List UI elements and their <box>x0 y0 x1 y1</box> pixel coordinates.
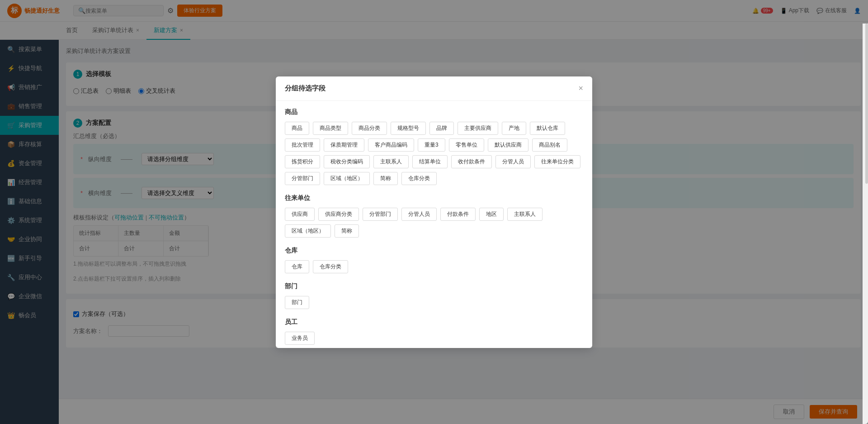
field-tag[interactable]: 商品别名 <box>532 138 567 152</box>
field-tag[interactable]: 商品类型 <box>313 122 348 135</box>
field-tag[interactable]: 分管部门 <box>285 172 320 185</box>
section-title-部门: 部门 <box>285 282 583 291</box>
field-tag[interactable]: 主联系人 <box>373 155 409 168</box>
field-tags-部门: 部门 <box>285 296 583 309</box>
section-title-往来单位: 往来单位 <box>285 194 583 202</box>
field-tag[interactable]: 付款条件 <box>440 208 476 221</box>
field-tags-商品: 商品商品类型商品分类规格型号品牌主要供应商产地默认仓库批次管理保质期管理客户商品… <box>285 122 583 185</box>
field-tag[interactable]: 分管人员 <box>495 155 531 168</box>
modal-scrollbar-track <box>863 24 868 424</box>
modal-section-往来单位: 往来单位供应商供应商分类分管部门分管人员付款条件地区主联系人区域（地区）简称 <box>285 194 583 238</box>
field-tag[interactable]: 区域（地区） <box>285 224 331 238</box>
field-tag[interactable]: 商品分类 <box>352 122 387 135</box>
field-tag[interactable]: 重量3 <box>418 138 445 152</box>
field-tags-仓库: 仓库仓库分类 <box>285 260 583 273</box>
field-tag[interactable]: 商品 <box>285 122 309 135</box>
field-tag[interactable]: 保质期管理 <box>324 138 364 152</box>
field-tag[interactable]: 主联系人 <box>507 208 542 221</box>
field-tag[interactable]: 供应商分类 <box>318 208 359 221</box>
field-tag[interactable]: 仓库 <box>285 260 309 273</box>
modal-close-btn[interactable]: × <box>578 84 583 93</box>
field-tag[interactable]: 客户商品编码 <box>368 138 414 152</box>
modal: 分组待选字段 × 商品商品商品类型商品分类规格型号品牌主要供应商产地默认仓库批次… <box>276 76 592 348</box>
modal-body: 商品商品商品类型商品分类规格型号品牌主要供应商产地默认仓库批次管理保质期管理客户… <box>276 101 592 348</box>
field-tag[interactable]: 供应商 <box>285 208 315 221</box>
modal-section-部门: 部门部门 <box>285 282 583 309</box>
modal-scrollbar-thumb <box>865 24 868 184</box>
section-title-仓库: 仓库 <box>285 247 583 255</box>
field-tag[interactable]: 品牌 <box>429 122 454 135</box>
field-tag[interactable]: 部门 <box>285 296 309 309</box>
field-tag[interactable]: 默认仓库 <box>530 122 565 135</box>
field-tag[interactable]: 税收分类编码 <box>324 155 370 168</box>
modal-section-员工: 员工业务员 <box>285 318 583 345</box>
modal-header: 分组待选字段 × <box>276 76 592 101</box>
field-tags-员工: 业务员 <box>285 332 583 345</box>
field-tag[interactable]: 业务员 <box>285 332 315 345</box>
field-tag[interactable]: 结算单位 <box>412 155 448 168</box>
field-tag[interactable]: 区域（地区） <box>324 172 370 185</box>
modal-overlay: 分组待选字段 × 商品商品商品类型商品分类规格型号品牌主要供应商产地默认仓库批次… <box>0 0 868 424</box>
modal-section-商品: 商品商品商品类型商品分类规格型号品牌主要供应商产地默认仓库批次管理保质期管理客户… <box>285 108 583 185</box>
field-tag[interactable]: 批次管理 <box>285 138 320 152</box>
field-tag[interactable]: 往来单位分类 <box>534 155 580 168</box>
field-tag[interactable]: 简称 <box>373 172 398 185</box>
field-tag[interactable]: 拣货积分 <box>285 155 320 168</box>
section-title-商品: 商品 <box>285 108 583 116</box>
field-tag[interactable]: 收付款条件 <box>451 155 492 168</box>
field-tag[interactable]: 地区 <box>479 208 504 221</box>
modal-section-仓库: 仓库仓库仓库分类 <box>285 247 583 273</box>
field-tags-往来单位: 供应商供应商分类分管部门分管人员付款条件地区主联系人区域（地区）简称 <box>285 208 583 238</box>
section-title-员工: 员工 <box>285 318 583 326</box>
field-tag[interactable]: 仓库分类 <box>313 260 348 273</box>
field-tag[interactable]: 默认供应商 <box>488 138 528 152</box>
field-tag[interactable]: 分管人员 <box>401 208 437 221</box>
field-tag[interactable]: 零售单位 <box>449 138 484 152</box>
field-tag[interactable]: 分管部门 <box>363 208 398 221</box>
field-tag[interactable]: 主要供应商 <box>458 122 498 135</box>
modal-title: 分组待选字段 <box>285 84 326 93</box>
field-tag[interactable]: 产地 <box>502 122 526 135</box>
field-tag[interactable]: 规格型号 <box>391 122 426 135</box>
field-tag[interactable]: 仓库分类 <box>401 172 437 185</box>
field-tag[interactable]: 简称 <box>335 224 359 238</box>
